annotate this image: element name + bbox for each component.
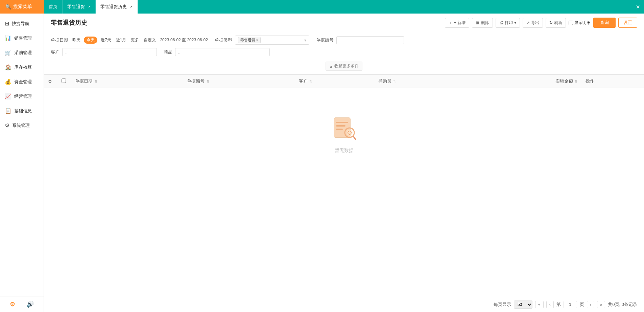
- date-month[interactable]: 近1月: [115, 37, 128, 44]
- date-week[interactable]: 近7天: [99, 37, 113, 44]
- doc-type-tag-text: 零售退货: [240, 38, 255, 43]
- window-close-btn[interactable]: ×: [636, 3, 640, 11]
- topbar-right: ×: [636, 3, 644, 11]
- svg-line-6: [353, 136, 356, 139]
- doc-number-label: 单据编号: [316, 37, 334, 43]
- th-doc-number-sort-icon: ⇅: [207, 80, 209, 83]
- page-size-select[interactable]: 50 20 100: [514, 300, 532, 309]
- th-action: 操作: [581, 75, 644, 88]
- setting-label: 设置: [623, 20, 632, 25]
- sidebar-item-inventory-label: 库存核算: [14, 64, 32, 70]
- page-last-btn[interactable]: »: [597, 301, 605, 308]
- delete-label: 删除: [481, 20, 489, 26]
- collapse-icon: ▲: [329, 64, 333, 69]
- th-amount-label: 实销金额: [555, 79, 573, 84]
- search-icon: 🔍: [5, 4, 11, 9]
- customer-input[interactable]: [62, 48, 157, 56]
- doc-type-select[interactable]: 零售退货 × ▾: [235, 36, 309, 45]
- page-number-input[interactable]: 1: [564, 301, 577, 308]
- th-check: [57, 75, 71, 88]
- date-more[interactable]: 更多: [129, 37, 140, 44]
- collapse-label: 收起更多条件: [334, 63, 359, 69]
- tab-retail-return[interactable]: 零售退货 ×: [63, 0, 96, 14]
- th-customer[interactable]: 客户 ⇅: [295, 75, 374, 88]
- date-range-display: 2023-06-02 至 2023-06-02: [160, 37, 208, 43]
- refresh-btn[interactable]: ↻ 刷新: [546, 18, 566, 28]
- sidebar-item-sales[interactable]: 📊 销售管理: [0, 31, 44, 45]
- finance-icon: 💰: [5, 79, 11, 85]
- new-btn[interactable]: ＋ + 新增: [445, 18, 469, 28]
- page-next-btn[interactable]: ›: [587, 301, 594, 308]
- th-doc-date-label: 单据日期: [75, 79, 93, 84]
- date-custom[interactable]: 自定义: [142, 37, 157, 44]
- doc-type-tag: 零售退货 ×: [238, 37, 261, 43]
- doc-number-filter: 单据编号: [316, 36, 404, 44]
- th-doc-date[interactable]: 单据日期 ⇅: [71, 75, 183, 88]
- svg-rect-3: [336, 129, 343, 130]
- print-btn[interactable]: 🖨 打印 ▾: [496, 18, 520, 28]
- sidebar-item-finance[interactable]: 💰 资金管理: [0, 74, 44, 89]
- th-amount[interactable]: 实销金额 ⇅: [470, 75, 582, 88]
- sidebar-item-operations[interactable]: 📈 经营管理: [0, 89, 44, 104]
- refresh-icon: ↻: [549, 20, 553, 25]
- date-today[interactable]: 今天: [84, 37, 97, 44]
- sidebar-item-system[interactable]: ⚙ 系统管理: [0, 118, 44, 133]
- page-prev-btn[interactable]: ‹: [546, 301, 554, 308]
- th-customer-sort-icon: ⇅: [309, 80, 312, 83]
- empty-state: 暂无数据: [44, 88, 644, 181]
- goods-filter: 商品: [164, 48, 270, 56]
- th-guide-sort-icon: ⇅: [393, 80, 396, 83]
- table-area: ⚙ 单据日期 ⇅ 单据编号 ⇅: [44, 74, 644, 297]
- th-settings[interactable]: ⚙: [44, 75, 57, 88]
- filter-area: 单据日期 昨天 今天 近7天 近1月 更多 自定义 2023-06-02 至 2…: [44, 32, 644, 74]
- tab-retail-return-history-close[interactable]: ×: [130, 4, 133, 9]
- delete-icon: 🗑: [476, 20, 480, 25]
- search-menu-btn[interactable]: 🔍 搜索菜单: [0, 0, 44, 14]
- sidebar-item-finance-label: 资金管理: [14, 79, 32, 85]
- date-yesterday[interactable]: 昨天: [71, 37, 82, 44]
- sidebar-speaker-btn[interactable]: 🔊: [26, 300, 34, 308]
- sidebar-item-operations-label: 经营管理: [14, 93, 32, 99]
- sidebar-item-purchase[interactable]: 🛒 采购管理: [0, 45, 44, 60]
- delete-btn[interactable]: 🗑 删除: [472, 18, 493, 28]
- sidebar-item-quick-nav-label: 快捷导航: [12, 21, 29, 27]
- tab-retail-return-close[interactable]: ×: [88, 4, 91, 9]
- page-first-btn[interactable]: «: [535, 301, 544, 308]
- tab-retail-return-history-label: 零售退货历史: [100, 4, 127, 10]
- page-header: 零售退货历史 ＋ + 新增 🗑 删除 🖨 打印 ▾: [44, 14, 644, 32]
- goods-label: 商品: [164, 49, 172, 55]
- column-settings-icon[interactable]: ⚙: [48, 79, 52, 84]
- doc-number-input[interactable]: [336, 36, 404, 44]
- export-btn[interactable]: ↗ 导出: [523, 18, 543, 28]
- query-btn[interactable]: 查询: [593, 18, 616, 28]
- refresh-label: 刷新: [554, 20, 562, 26]
- svg-rect-2: [336, 125, 345, 127]
- sidebar-item-inventory[interactable]: 🏠 库存核算: [0, 60, 44, 74]
- sidebar-item-quick-nav[interactable]: ⊞ 快捷导航: [0, 16, 44, 31]
- toolbar: ＋ + 新增 🗑 删除 🖨 打印 ▾ ↗ 导出: [445, 18, 637, 28]
- page-label: 页: [580, 302, 584, 308]
- select-all-checkbox[interactable]: [62, 79, 66, 83]
- page-title: 零售退货历史: [51, 19, 87, 27]
- tab-retail-return-history[interactable]: 零售退货历史 ×: [96, 0, 138, 14]
- purchase-icon: 🛒: [5, 49, 11, 56]
- th-guide[interactable]: 导购员 ⇅: [374, 75, 470, 88]
- th-doc-date-sort-icon: ⇅: [95, 80, 97, 83]
- svg-point-5: [347, 130, 353, 136]
- goods-input[interactable]: [175, 48, 270, 56]
- doc-type-tag-close[interactable]: ×: [256, 38, 258, 42]
- show-detail-checkbox[interactable]: [569, 21, 573, 25]
- th-doc-number[interactable]: 单据编号 ⇅: [183, 75, 295, 88]
- show-detail-label[interactable]: 显示明细: [569, 20, 591, 26]
- sidebar-settings-btn[interactable]: ⚙: [10, 300, 15, 308]
- doc-type-label: 单据类型: [215, 37, 232, 43]
- tab-home[interactable]: 首页: [44, 0, 63, 14]
- collapse-btn[interactable]: ▲ 收起更多条件: [326, 62, 363, 71]
- page-size-label: 每页显示: [494, 302, 511, 308]
- date-filter-label: 单据日期: [51, 37, 68, 43]
- sidebar-item-basic-info[interactable]: 📋 基础信息: [0, 104, 44, 118]
- th-amount-sort-icon: ⇅: [575, 80, 577, 83]
- setting-btn[interactable]: 设置: [618, 18, 637, 28]
- tab-retail-return-label: 零售退货: [67, 4, 85, 10]
- th-customer-label: 客户: [299, 79, 308, 84]
